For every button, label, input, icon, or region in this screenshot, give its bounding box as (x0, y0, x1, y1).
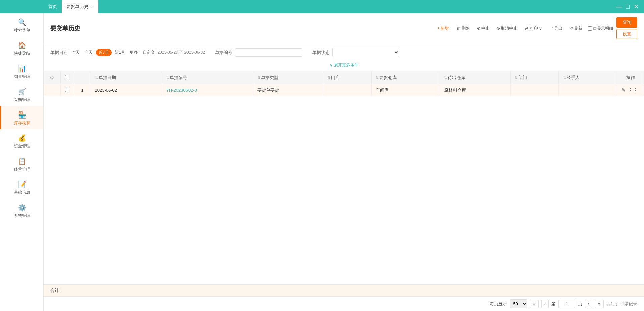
col-actions: 操作 (617, 71, 644, 84)
sidebar-item-basic-info-label: 基础信息 (14, 190, 30, 195)
system-icon: ⚙️ (18, 204, 26, 212)
row-actions: ✎ ⋮⋮ (621, 87, 640, 93)
next-page-button[interactable]: › (585, 300, 592, 308)
sidebar-item-purchase[interactable]: 🛒 采购管理 (0, 83, 43, 106)
row-doc-date: 2023-06-02 (91, 84, 162, 96)
row-settings (44, 84, 60, 96)
delete-button-label: 🗑 删除 (456, 26, 469, 31)
finance-icon: 💰 (18, 134, 26, 142)
row-doc-type: 要货单要货 (253, 84, 323, 96)
sidebar-item-finance[interactable]: 💰 资金管理 (0, 129, 43, 152)
sidebar-item-inventory[interactable]: 🏪 库存核算 (0, 106, 43, 129)
display-detail-toggle[interactable]: □ 显示明细 (588, 26, 613, 31)
sidebar-item-system[interactable]: ⚙️ 系统管理 (0, 199, 43, 222)
export-button[interactable]: ↗ 导出 (547, 24, 565, 33)
table-container: ⚙ 单据日期 单据编号 单据类型 门店 要货仓库 待出仓库 部门 经手人 操 (44, 71, 644, 284)
doc-number-filter-group: 单据编号 (215, 48, 302, 57)
export-button-label: ↗ 导出 (549, 26, 562, 31)
date-opt-last7days[interactable]: 近7天 (96, 49, 112, 56)
table-footer: 合计： (44, 284, 644, 296)
sidebar: 🔍 搜索菜单 🏠 快捷导航 📊 销售管理 🛒 采购管理 🏪 库存核算 💰 资金管… (0, 13, 44, 311)
minimize-icon[interactable]: — (616, 3, 622, 10)
sidebar-item-quick-nav-label: 快捷导航 (14, 51, 30, 56)
purchase-icon: 🛒 (18, 88, 26, 96)
sidebar-item-search-menu-label: 搜索菜单 (14, 28, 30, 33)
col-doc-type[interactable]: 单据类型 (253, 71, 323, 84)
date-opt-yesterday[interactable]: 昨天 (70, 49, 81, 56)
row-actions-cell: ✎ ⋮⋮ (617, 84, 644, 96)
display-detail-checkbox[interactable] (588, 26, 592, 31)
date-opt-custom[interactable]: 自定义 (141, 49, 156, 56)
row-edit-icon[interactable]: ✎ (621, 87, 626, 93)
expand-more-button[interactable]: ∨ 展开更多条件 (50, 60, 637, 71)
page-size-select[interactable]: 50 20 100 (510, 299, 527, 308)
expand-more-label: 展开更多条件 (334, 62, 358, 68)
tab-order-history-label: 要货单历史 (66, 4, 88, 10)
col-pending-warehouse[interactable]: 待出仓库 (440, 71, 510, 84)
first-page-button[interactable]: « (530, 300, 538, 308)
page-input[interactable] (558, 300, 575, 308)
tab-home-label: 首页 (48, 4, 57, 10)
stop-button-label: ⊘ 中止 (477, 26, 489, 31)
tab-order-history[interactable]: 要货单历史 ✕ (62, 0, 98, 13)
tab-home[interactable]: 首页 (44, 0, 62, 13)
doc-number-label: 单据编号 (215, 50, 232, 56)
sidebar-item-finance-label: 资金管理 (14, 143, 30, 149)
refresh-button-label: ↻ 刷新 (570, 26, 582, 31)
col-doc-date[interactable]: 单据日期 (91, 71, 162, 84)
page-header: 要货单历史 + 新增 🗑 删除 ⊘ 中止 ⊘ 取消中止 🖨 打印 ∨ (44, 13, 644, 43)
date-opt-today[interactable]: 今天 (83, 49, 94, 56)
col-settings[interactable]: ⚙ (44, 71, 60, 84)
pagination: 每页显示 50 20 100 « ‹ 第 页 › » 共1页，1条记录 (44, 296, 644, 311)
sidebar-item-search-menu[interactable]: 🔍 搜索菜单 (0, 13, 43, 37)
cancel-stop-button[interactable]: ⊘ 取消中止 (495, 24, 519, 33)
tab-close-icon[interactable]: ✕ (90, 4, 94, 9)
row-pending-warehouse: 原材料仓库 (440, 84, 510, 96)
col-checkbox (60, 71, 74, 84)
row-more-icon[interactable]: ⋮⋮ (628, 87, 638, 93)
date-opt-last-month[interactable]: 近1月 (114, 49, 127, 56)
main-content: 要货单历史 + 新增 🗑 删除 ⊘ 中止 ⊘ 取消中止 🖨 打印 ∨ (44, 13, 644, 311)
stop-button[interactable]: ⊘ 中止 (475, 24, 491, 33)
col-num (74, 71, 91, 84)
date-range-display: 2023-05-27 至 2023-06-02 (157, 50, 205, 55)
refresh-button[interactable]: ↻ 刷新 (568, 24, 584, 33)
col-department[interactable]: 部门 (510, 71, 558, 84)
delete-button[interactable]: 🗑 删除 (454, 24, 471, 33)
quick-nav-icon: 🏠 (18, 41, 26, 49)
sales-icon: 📊 (18, 64, 26, 73)
col-handler[interactable]: 经手人 (558, 71, 617, 84)
page-title: 要货单历史 (50, 24, 80, 32)
last-page-button[interactable]: » (595, 300, 603, 308)
row-doc-number: YH-20230602-0 (162, 84, 253, 96)
sidebar-item-operations[interactable]: 📋 经营管理 (0, 152, 43, 176)
query-button[interactable]: 查询 (616, 17, 637, 28)
select-all-checkbox[interactable] (65, 75, 69, 79)
sidebar-item-sales[interactable]: 📊 销售管理 (0, 60, 43, 83)
col-doc-number[interactable]: 单据编号 (162, 71, 253, 84)
sidebar-item-basic-info[interactable]: 📝 基础信息 (0, 176, 43, 199)
page-label: 第 (551, 301, 556, 307)
restore-icon[interactable]: □ (626, 3, 630, 10)
date-opt-more[interactable]: 更多 (128, 49, 139, 56)
row-checkbox-cell (60, 84, 74, 96)
close-icon[interactable]: ✕ (634, 3, 639, 10)
doc-number-link[interactable]: YH-20230602-0 (166, 88, 197, 93)
window-controls: — □ ✕ (616, 3, 644, 10)
row-checkbox[interactable] (65, 88, 69, 92)
sidebar-item-quick-nav[interactable]: 🏠 快捷导航 (0, 37, 43, 60)
prev-page-button[interactable]: ‹ (541, 300, 549, 308)
settings-button[interactable]: 设置 (616, 29, 637, 39)
date-options: 昨天 今天 近7天 近1月 更多 自定义 (70, 49, 156, 56)
display-detail-label: □ 显示明细 (593, 26, 613, 31)
expand-more-icon: ∨ (330, 63, 333, 68)
print-button[interactable]: 🖨 打印 ∨ (523, 24, 544, 33)
col-req-warehouse[interactable]: 要货仓库 (371, 71, 440, 84)
sidebar-item-inventory-label: 库存核算 (14, 120, 30, 126)
col-store[interactable]: 门店 (323, 71, 371, 84)
status-filter-select[interactable] (332, 48, 399, 57)
new-button[interactable]: + 新增 (435, 24, 451, 33)
status-filter-label: 单据状态 (312, 50, 330, 56)
doc-number-input[interactable] (235, 48, 302, 57)
date-filter-group: 单据日期 昨天 今天 近7天 近1月 更多 自定义 2023-05-27 至 2… (50, 49, 205, 56)
